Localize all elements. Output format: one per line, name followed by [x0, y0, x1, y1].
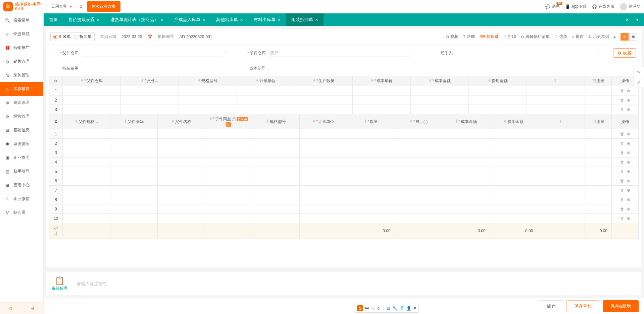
add-icon[interactable]: ⊕ [627, 88, 630, 93]
add-icon[interactable]: ⊕ [627, 188, 630, 193]
tab-close-icon[interactable]: ✕ [202, 18, 205, 22]
sidebar-item-3[interactable]: ◇销售管理 [0, 55, 43, 68]
messages-link[interactable]: 💬 消息 70 [545, 4, 560, 9]
col-spec[interactable]: ▲▼规格型号 [179, 76, 237, 86]
sidebar-item-10[interactable]: ▣企业协同 [0, 151, 43, 165]
sidebar-item-1[interactable]: ⌂快捷导航 [0, 27, 43, 41]
col-parent-wh[interactable]: ▲▼*父件仓库 [63, 76, 121, 86]
tab-more[interactable]: ▾ [633, 15, 642, 24]
table1-row[interactable]: 1🗑⊕ [49, 86, 639, 96]
sidebar-item-5[interactable]: ⌂库存核算 [0, 82, 43, 96]
child-wh-input[interactable] [269, 49, 410, 57]
table2-row[interactable]: 6🗑⊕ [49, 176, 639, 186]
col-fee-amount[interactable]: ▲▼费用金额 [469, 76, 527, 86]
calendar-icon[interactable]: 📅 [147, 35, 152, 39]
delete-icon[interactable]: 🗑 [620, 141, 624, 146]
settings-button[interactable]: ⚙设置 [613, 48, 636, 58]
add-icon[interactable]: ⊕ [627, 197, 630, 202]
fee-input[interactable] [82, 64, 231, 72]
col-cost-price2[interactable]: ▲▼*成...? [395, 114, 442, 129]
tab-0[interactable]: 首页 [44, 13, 63, 26]
float-expand-icon[interactable]: ⤢ [634, 77, 644, 87]
delete-icon[interactable]: 🗑 [620, 98, 624, 103]
sidebar-collapse-icon[interactable]: ◀ [22, 303, 44, 314]
tab-close-icon[interactable]: ✕ [160, 18, 163, 22]
table2-row[interactable]: 9🗑⊕ [49, 204, 639, 214]
delete-icon[interactable]: 🗑 [620, 169, 624, 174]
save-draft-button[interactable]: 保存草稿 [566, 300, 599, 312]
category-select[interactable]: 日用百货 ▼ [48, 2, 76, 11]
tab-5[interactable]: 材料出库单✕ [248, 13, 286, 26]
col-parent-name[interactable]: ▲▼父件名称 [158, 114, 205, 129]
delete-icon[interactable]: 🗑 [620, 132, 624, 136]
radio-disassemble[interactable]: 拆卸单 [74, 34, 92, 40]
tab-4[interactable]: 其他出库单✕ [211, 13, 248, 26]
handler-input[interactable] [456, 49, 597, 57]
col-unit2[interactable]: ▲▼*计量单位 [300, 114, 347, 129]
add-icon[interactable]: ⊕ [627, 150, 630, 155]
sidebar-item-12[interactable]: ⊞应用中心 [0, 178, 43, 192]
col-parent-spec[interactable]: ▲▼父件规格... [63, 114, 110, 129]
tab-1[interactable]: 售价提取设置✕ [63, 13, 105, 26]
online-service-link[interactable]: 🎧 在线客服 [592, 4, 614, 9]
sidebar-item-8[interactable]: ▦基础信息 [0, 123, 43, 137]
tab-close-icon[interactable]: ✕ [315, 18, 318, 22]
col-available2[interactable]: 可用量 [585, 114, 612, 129]
gear-icon[interactable]: ⚙ [79, 4, 83, 9]
next-icon[interactable]: ▸ [614, 35, 616, 39]
sidebar-item-14[interactable]: ∀畅会员 [0, 206, 43, 219]
col-parent-prod[interactable]: ▲▼*父件... [120, 76, 179, 86]
view-mode-grid[interactable]: ⊞ [629, 33, 637, 41]
sidebar-item-4[interactable]: 🛍采购管理 [0, 68, 43, 82]
view-mode-list[interactable]: ≡ [621, 33, 629, 41]
delete-icon[interactable]: 🗑 [620, 179, 624, 183]
add-icon[interactable]: ⊕ [627, 169, 630, 174]
col-blank2[interactable]: ▲▼ [537, 114, 585, 129]
col-blank[interactable]: ▲▼ [527, 76, 585, 86]
tab-3[interactable]: 产成品入库单✕ [169, 13, 211, 26]
table1-row[interactable]: 3🗑⊕ [49, 105, 639, 114]
tab-2[interactable]: 进货单统计表（按商品）✕ [105, 13, 169, 26]
delete-icon[interactable]: 🗑 [620, 160, 624, 165]
table1-config[interactable]: ⚙ [49, 76, 63, 86]
cost-diff-input[interactable] [269, 64, 417, 72]
col-cost-price[interactable]: ▲▼*成本单价 [353, 76, 411, 86]
table2-row[interactable]: 5🗑⊕ [49, 167, 639, 176]
add-icon[interactable]: ⊕ [627, 98, 630, 103]
table2-row[interactable]: 2🗑⊕ [49, 139, 639, 148]
delete-icon[interactable]: 🗑 [620, 216, 624, 221]
delete-icon[interactable]: 🗑 [620, 207, 624, 211]
table2-row[interactable]: 10🗑⊕ [49, 214, 639, 223]
add-icon[interactable]: ⊕ [627, 207, 630, 211]
tab-close-icon[interactable]: ✕ [97, 18, 100, 22]
table1-row[interactable]: 2🗑⊕ [49, 96, 639, 105]
col-parent-code[interactable]: ▲▼父件编码 [110, 114, 158, 129]
tab-6[interactable]: 组装拆卸单✕ [286, 13, 324, 26]
sidebar-item-2[interactable]: 🎁营销推广 [0, 41, 43, 55]
help-link[interactable]: ?帮助 [463, 34, 475, 40]
tab-close-icon[interactable]: ✕ [278, 18, 281, 22]
table2-row[interactable]: 4🗑⊕ [49, 158, 639, 167]
table2-config[interactable]: ⚙ [49, 114, 63, 129]
date-value[interactable]: 2023-03-20 [121, 35, 142, 39]
hotkey-link[interactable]: ⌨快捷键 [480, 34, 499, 40]
history-link[interactable]: ↻历史单据 [588, 34, 609, 40]
sidebar-item-11[interactable]: ▤新手引导 [0, 165, 43, 178]
operate-link[interactable]: ≡操作 [572, 34, 584, 40]
print-link[interactable]: ⊙打印 [503, 34, 516, 40]
radio-assemble[interactable]: 组装单 [53, 34, 71, 40]
col-spec2[interactable]: ▲▼规格型号 [252, 114, 300, 129]
delete-icon[interactable]: 🗑 [620, 107, 624, 112]
table2-row[interactable]: 1🗑⊕ [49, 129, 639, 139]
parent-wh-lookup[interactable]: ⋯ [223, 51, 231, 55]
col-prod-qty[interactable]: ▲▼*生产数量 [295, 76, 353, 86]
col-cost-amount2[interactable]: ▲▼*成本金额 [442, 114, 490, 129]
sidebar-settings-icon[interactable]: ✿ [0, 303, 22, 314]
col-cost-amount[interactable]: ▲▼*成本金额 [411, 76, 469, 86]
add-icon[interactable]: ⊕ [627, 179, 630, 183]
trial-button[interactable]: 体验行业方案 [87, 1, 120, 12]
col-unit[interactable]: ▲▼计量单位 [237, 76, 295, 86]
table2-row[interactable]: 8🗑⊕ [49, 195, 639, 204]
discard-button[interactable]: 放弃 [539, 300, 563, 312]
delete-icon[interactable]: 🗑 [620, 197, 624, 202]
